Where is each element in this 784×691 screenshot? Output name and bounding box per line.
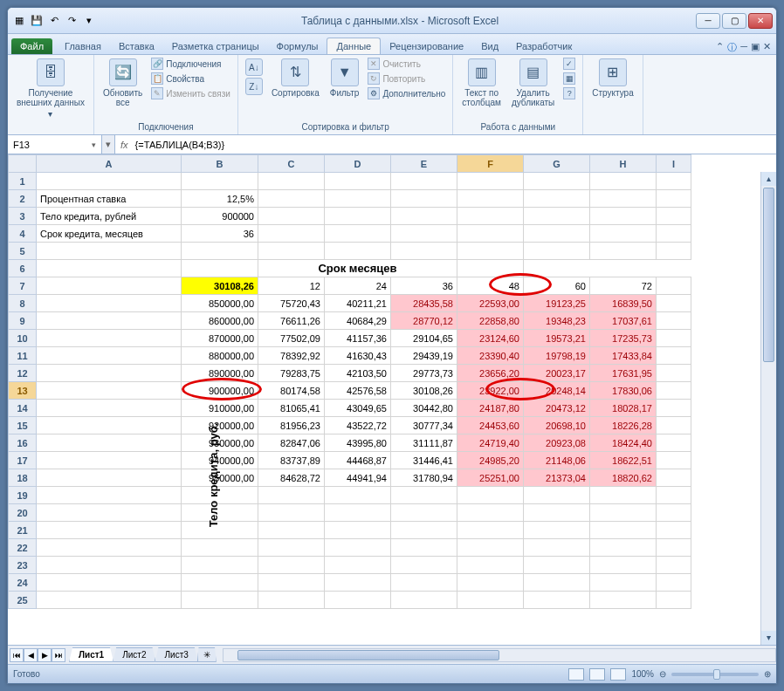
cell-I16[interactable]	[657, 434, 691, 452]
cell-H21[interactable]	[590, 522, 657, 539]
get-external-data-button[interactable]: 🗄 Получение внешних данных ▾	[13, 57, 88, 120]
cell-I6[interactable]	[457, 260, 524, 277]
cell-B8[interactable]: 850000,00	[182, 295, 258, 312]
cell-B3[interactable]: 900000	[182, 208, 258, 225]
formula-bar[interactable]: fx {=ТАБЛИЦА(B4;B3)}	[114, 135, 776, 154]
cell-H1[interactable]	[590, 173, 657, 190]
cell-C1[interactable]	[258, 173, 325, 190]
cell-D24[interactable]	[325, 574, 391, 592]
cell-C12[interactable]: 79283,75	[258, 365, 325, 382]
cell-H24[interactable]	[590, 574, 657, 592]
cell-H22[interactable]	[590, 539, 657, 557]
col-header-H[interactable]: H	[590, 155, 657, 173]
cell-G20[interactable]	[524, 504, 590, 522]
help-icon[interactable]: ⓘ	[727, 41, 737, 54]
cell-F3[interactable]	[457, 208, 524, 225]
normal-view-button[interactable]	[568, 668, 584, 681]
sheet-tab-new[interactable]: ✳	[197, 647, 217, 662]
cell-E10[interactable]: 29104,65	[391, 330, 457, 347]
cell-G11[interactable]: 19798,19	[524, 347, 590, 365]
cell-G5[interactable]	[524, 243, 590, 260]
sheet-nav-first[interactable]: ⏮	[10, 648, 24, 662]
cell-C14[interactable]: 81065,41	[258, 400, 325, 417]
cell-D16[interactable]: 43995,80	[325, 434, 391, 452]
col-header-A[interactable]: A	[37, 155, 182, 173]
cell-D8[interactable]: 40211,21	[325, 295, 391, 312]
sheet-nav-last[interactable]: ⏭	[52, 648, 65, 662]
cell-C9[interactable]: 76611,26	[258, 312, 325, 330]
cell-D19[interactable]	[325, 487, 391, 504]
cell-A3[interactable]: Тело кредита, рублей	[37, 208, 182, 225]
scroll-up-icon[interactable]: ▴	[761, 172, 776, 186]
cell-H18[interactable]: 18820,62	[590, 469, 657, 487]
cell-H15[interactable]: 18226,28	[590, 417, 657, 434]
cell-I25[interactable]	[657, 592, 691, 609]
cell-D10[interactable]: 41157,36	[325, 330, 391, 347]
advanced-filter-button[interactable]: ⚙Дополнительно	[366, 86, 447, 100]
cell-I5[interactable]	[657, 243, 691, 260]
cell-C5[interactable]	[258, 243, 325, 260]
text-to-columns-button[interactable]: ▥ Текст по столбцам	[458, 57, 505, 109]
cell-A6[interactable]	[37, 260, 182, 277]
cell-C3[interactable]	[258, 208, 325, 225]
connections-button[interactable]: 🔗Подключения	[149, 57, 232, 71]
cell-E18[interactable]: 31780,94	[391, 469, 457, 487]
cell-A22[interactable]	[37, 539, 182, 557]
row-header-7[interactable]: 7	[9, 277, 37, 295]
cell-C10[interactable]: 77502,09	[258, 330, 325, 347]
cell-H9[interactable]: 17037,61	[590, 312, 657, 330]
row-header-3[interactable]: 3	[9, 208, 37, 225]
col-header-E[interactable]: E	[391, 155, 457, 173]
cell-C2[interactable]	[258, 190, 325, 208]
cell-B2[interactable]: 12,5%	[182, 190, 258, 208]
cell-C15[interactable]: 81956,23	[258, 417, 325, 434]
cell-H11[interactable]: 17433,84	[590, 347, 657, 365]
sheet-tab-3[interactable]: Лист3	[155, 647, 197, 662]
cell-F21[interactable]	[457, 522, 524, 539]
cell-G17[interactable]: 21148,06	[524, 452, 590, 469]
formula-dropdown-icon[interactable]: ▾	[106, 139, 111, 150]
cell-I3[interactable]	[657, 208, 691, 225]
cell-I20[interactable]	[657, 504, 691, 522]
cell-B5[interactable]	[182, 243, 258, 260]
cell-E7[interactable]: 36	[391, 277, 457, 295]
cell-D1[interactable]	[325, 173, 391, 190]
cell-A9[interactable]	[37, 312, 182, 330]
cell-D15[interactable]: 43522,72	[325, 417, 391, 434]
reapply-button[interactable]: ↻Повторить	[366, 72, 447, 86]
scroll-down-icon[interactable]: ▾	[761, 631, 776, 645]
col-header-B[interactable]: B	[182, 155, 258, 173]
cell-G16[interactable]: 20923,08	[524, 434, 590, 452]
cell-B23[interactable]	[182, 557, 258, 574]
row-header-10[interactable]: 10	[9, 330, 37, 347]
tab-view[interactable]: Вид	[472, 38, 507, 54]
sheet-tab-1[interactable]: Лист1	[69, 647, 113, 662]
cell-D13[interactable]: 42576,58	[325, 382, 391, 400]
cell-F20[interactable]	[457, 504, 524, 522]
cell-F17[interactable]: 24985,20	[457, 452, 524, 469]
clear-filter-button[interactable]: ✕Очистить	[366, 57, 447, 71]
page-break-view-button[interactable]	[610, 668, 626, 681]
cell-E8[interactable]: 28435,58	[391, 295, 457, 312]
col-header-C[interactable]: C	[258, 155, 325, 173]
cell-C13[interactable]: 80174,58	[258, 382, 325, 400]
cell-A4[interactable]: Срок кредита, месяцев	[37, 225, 182, 243]
tab-page-layout[interactable]: Разметка страницы	[163, 38, 268, 54]
cell-C18[interactable]: 84628,72	[258, 469, 325, 487]
row-header-19[interactable]: 19	[9, 487, 37, 504]
row-header-2[interactable]: 2	[9, 190, 37, 208]
cell-H19[interactable]	[590, 487, 657, 504]
cell-E21[interactable]	[391, 522, 457, 539]
save-icon[interactable]: 💾	[29, 13, 45, 29]
tab-developer[interactable]: Разработчик	[507, 38, 581, 54]
zoom-slider[interactable]	[671, 673, 759, 676]
ribbon-win-restore-icon[interactable]: ▣	[751, 41, 760, 54]
cell-D5[interactable]	[325, 243, 391, 260]
ribbon-win-close-icon[interactable]: ✕	[763, 41, 771, 54]
cell-A13[interactable]	[37, 382, 182, 400]
cell-A19[interactable]	[37, 487, 182, 504]
sort-az-button[interactable]: A↓ Z↓	[244, 57, 265, 97]
row-header-4[interactable]: 4	[9, 225, 37, 243]
row-header-16[interactable]: 16	[9, 434, 37, 452]
cell-C7[interactable]: 12	[258, 277, 325, 295]
